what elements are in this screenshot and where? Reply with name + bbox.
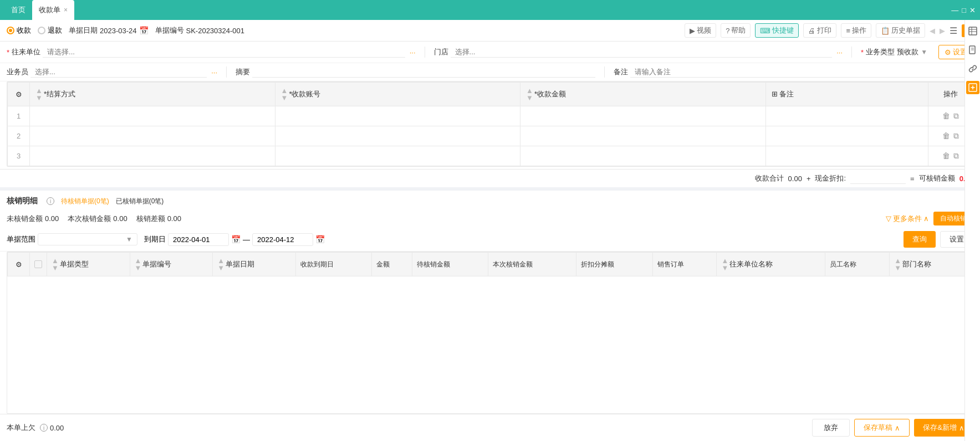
tab-home[interactable]: 首页 — [4, 0, 32, 20]
query-btn[interactable]: 查询 — [904, 231, 936, 248]
video-btn[interactable]: ▶ 视频 — [685, 23, 716, 38]
sort-number[interactable]: ▲▼ — [135, 257, 142, 271]
store-more-btn[interactable]: ··· — [836, 48, 843, 57]
staff-input[interactable] — [33, 66, 205, 77]
close-btn[interactable]: ✕ — [969, 6, 976, 14]
save-draft-chevron[interactable]: ∧ — [895, 424, 900, 432]
row3-account[interactable] — [275, 146, 520, 166]
save-new-chevron[interactable]: ∧ — [959, 424, 964, 432]
search-filters: 单据范围 ▼ 到期日 📅 — 📅 查询 设置 — [0, 228, 980, 252]
completed-tag[interactable]: 已核销单据(0笔) — [116, 197, 164, 206]
th-settings[interactable]: ⚙ — [8, 83, 30, 106]
th-remark: ⊞ 备注 — [765, 83, 928, 106]
row2-amount[interactable] — [520, 126, 766, 146]
bottom-settings-icon[interactable]: ⚙ — [16, 260, 22, 269]
table-settings-icon[interactable]: ⚙ — [16, 90, 22, 99]
tab-receipt[interactable]: 收款单 × — [32, 0, 74, 20]
summary-input-wrapper[interactable] — [252, 66, 595, 78]
partner-more-btn[interactable]: ··· — [410, 48, 416, 57]
abandon-btn[interactable]: 放弃 — [812, 419, 850, 437]
row1-payment[interactable] — [30, 106, 275, 126]
discount-input[interactable] — [850, 173, 906, 184]
row2-account[interactable] — [275, 126, 520, 146]
row3-copy-icon[interactable]: ⧉ — [953, 151, 959, 161]
operation-label: 操作 — [852, 25, 866, 35]
row1-amount[interactable] — [520, 106, 766, 126]
remark-input[interactable] — [632, 66, 971, 77]
nav-next-icon[interactable]: ▶ — [940, 27, 945, 35]
date-calendar-icon[interactable]: 📅 — [139, 26, 149, 35]
store-input[interactable] — [453, 47, 830, 57]
row3-payment[interactable] — [30, 146, 275, 166]
receipt-radio[interactable]: 收款 — [7, 25, 31, 35]
row-num-1: 1 — [8, 106, 30, 126]
history-btn[interactable]: 📋 历史单据 — [876, 23, 925, 38]
nav-prev-icon[interactable]: ◀ — [930, 27, 935, 35]
staff-label: 业务员 — [7, 67, 28, 77]
date-to-input[interactable] — [252, 233, 313, 246]
partner-input[interactable] — [45, 47, 403, 57]
sort-arrows-account[interactable]: ▲▼ — [281, 87, 288, 101]
row1-copy-icon[interactable]: ⧉ — [953, 111, 959, 121]
row1-remark[interactable] — [765, 106, 928, 126]
more-conditions-label: 更多条件 — [893, 214, 922, 224]
shortcut-btn[interactable]: ⌨ 快捷键 — [755, 23, 799, 38]
store-input-wrapper[interactable] — [451, 47, 833, 58]
row1-account[interactable] — [275, 106, 520, 126]
operation-btn[interactable]: ≡ 操作 — [841, 23, 871, 38]
refund-radio[interactable]: 退款 — [38, 25, 62, 35]
print-btn[interactable]: 🖨 打印 — [803, 23, 836, 38]
uncleared-value: 0.00 — [45, 214, 59, 223]
order-info-icon[interactable]: i — [40, 424, 48, 432]
remark-col-icon: ⊞ — [772, 90, 778, 98]
range-select[interactable]: ▼ — [38, 233, 137, 245]
table-row: 3 🗑 ⧉ — [8, 146, 973, 166]
staff-input-wrapper[interactable] — [30, 66, 207, 78]
date-to-cal-icon[interactable]: 📅 — [315, 235, 325, 244]
maximize-btn[interactable]: □ — [962, 6, 966, 14]
date-from-input[interactable] — [168, 233, 229, 246]
summary-input[interactable] — [254, 66, 593, 77]
help-btn[interactable]: ? 帮助 — [721, 23, 751, 38]
save-draft-btn[interactable]: 保存草稿 ∧ — [854, 419, 910, 437]
row2-remark[interactable] — [765, 126, 928, 146]
row2-copy-icon[interactable]: ⧉ — [953, 131, 959, 141]
remark-input-wrapper[interactable] — [630, 66, 973, 78]
sidebar-expand-icon[interactable] — [966, 81, 979, 94]
partner-input-wrapper[interactable] — [43, 47, 405, 58]
store-field: 门店 ··· — [434, 47, 843, 58]
header-checkbox[interactable] — [34, 260, 42, 268]
more-conditions-btn[interactable]: ▽ 更多条件 ∧ — [886, 214, 929, 224]
row3-delete-icon[interactable]: 🗑 — [942, 151, 950, 161]
sort-type[interactable]: ▲▼ — [52, 257, 59, 271]
sort-date[interactable]: ▲▼ — [217, 257, 224, 271]
minimize-btn[interactable]: — — [951, 6, 958, 14]
staff-more-btn[interactable]: ··· — [211, 68, 217, 76]
sort-partner[interactable]: ▲▼ — [721, 257, 728, 271]
tab-close-icon[interactable]: × — [64, 6, 68, 14]
remark-field: 备注 — [614, 66, 973, 78]
date-from-cal-icon[interactable]: 📅 — [231, 235, 241, 244]
diff-value: 0.00 — [167, 214, 181, 223]
row3-remark[interactable] — [765, 146, 928, 166]
sort-dept[interactable]: ▲▼ — [894, 257, 901, 271]
bth-check[interactable] — [30, 253, 47, 276]
sidebar-book-icon[interactable] — [966, 43, 979, 57]
refund-radio-label: 退款 — [48, 25, 62, 35]
sidebar-link-icon[interactable] — [966, 62, 979, 75]
offset-info-icon[interactable]: i — [47, 197, 54, 205]
list-view-icon[interactable]: ☰ — [950, 25, 957, 36]
current-offset-label: 本次核销金额 — [68, 214, 111, 224]
date-field: 单据日期 2023-03-24 📅 — [69, 25, 149, 35]
sort-arrows-payment[interactable]: ▲▼ — [35, 87, 43, 101]
row2-payment[interactable] — [30, 126, 275, 146]
remark-label: 备注 — [614, 67, 628, 77]
sidebar-table-icon[interactable] — [966, 24, 979, 38]
bth-settings[interactable]: ⚙ — [8, 253, 30, 276]
row3-amount[interactable] — [520, 146, 766, 166]
biz-type-select[interactable]: 预收款 ▼ — [897, 47, 927, 57]
row1-delete-icon[interactable]: 🗑 — [942, 111, 950, 121]
pending-tag[interactable]: 待核销单据(0笔) — [61, 197, 109, 206]
sort-arrows-amount[interactable]: ▲▼ — [526, 87, 533, 101]
row2-delete-icon[interactable]: 🗑 — [942, 131, 950, 141]
